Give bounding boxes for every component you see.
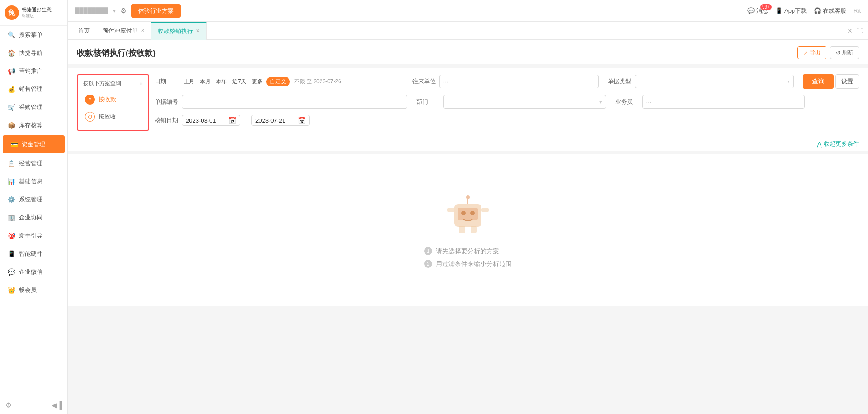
sidebar-item-inventory[interactable]: 📦 库存核算 — [0, 116, 67, 134]
dept-select[interactable]: ▾ — [443, 95, 606, 109]
topbar-right: 💬 消息 99+ 📱 App下载 🎧 在线客服 Rit — [747, 7, 861, 15]
system-icon: ⚙️ — [7, 196, 15, 203]
svg-rect-8 — [459, 226, 465, 233]
setting-button[interactable]: 设置 — [835, 74, 859, 89]
export-label: 导出 — [810, 49, 821, 57]
page-title: 收款核销执行(按收款) — [77, 48, 156, 58]
doc-type-select[interactable]: ▾ — [635, 75, 794, 88]
sidebar-item-system[interactable]: ⚙️ 系统管理 — [0, 190, 67, 209]
filter-panel-title: 按以下方案查询 » — [78, 80, 148, 91]
main-content: ████████ ▾ ⚙ 体验行业方案 💬 消息 99+ 📱 App下载 🎧 在… — [68, 0, 868, 414]
refresh-button[interactable]: ↺ 刷新 — [830, 46, 859, 59]
sidebar-item-member[interactable]: 👑 畅会员 — [0, 281, 67, 299]
message-icon: 💬 — [747, 7, 755, 14]
page-header-actions: ↗ 导出 ↺ 刷新 — [797, 46, 859, 59]
topbar-settings-icon[interactable]: ⚙ — [120, 6, 127, 15]
sidebar-item-operations[interactable]: 📋 经营管理 — [0, 154, 67, 172]
sidebar-item-purchase[interactable]: 🛒 采购管理 — [0, 98, 67, 116]
empty-state: 1 请先选择要分析的方案 2 用过滤条件来缩小分析范围 — [68, 154, 868, 306]
collapse-sidebar-icon[interactable]: ◀▐ — [52, 401, 62, 409]
date-last-7d-btn[interactable]: 近7天 — [231, 77, 248, 86]
date-this-month-btn[interactable]: 本月 — [198, 77, 212, 86]
refresh-label: 刷新 — [842, 49, 853, 57]
staff-label: 业务员 — [615, 98, 639, 106]
app-logo-icon: 兔 — [5, 5, 19, 20]
sidebar-item-finance[interactable]: 💳 资金管理 — [3, 135, 65, 153]
empty-tips: 1 请先选择要分析的方案 2 用过滤条件来缩小分析范围 — [424, 245, 512, 270]
filter-panel-collapse-icon[interactable]: » — [140, 81, 143, 87]
date-custom-btn[interactable]: 自定义 — [266, 77, 290, 86]
doc-type-select-arrow: ▾ — [787, 79, 790, 85]
sidebar-item-base-info[interactable]: 📊 基础信息 — [0, 172, 67, 190]
sidebar-item-guide[interactable]: 🎯 新手引导 — [0, 227, 67, 245]
sidebar-item-wechat[interactable]: 💬 企业微信 — [0, 263, 67, 281]
settings-bottom-icon[interactable]: ⚙ — [5, 401, 12, 409]
filter-actions: 查询 设置 — [803, 74, 859, 89]
verify-date-start-cal-icon[interactable]: 📅 — [228, 117, 236, 124]
filter-option-by-receivable[interactable]: ⏱ 按应收 — [78, 108, 148, 125]
sidebar-item-sales[interactable]: 💰 销售管理 — [0, 80, 67, 98]
sidebar-item-marketing[interactable]: 📢 营销推广 — [0, 62, 67, 80]
tab-home[interactable]: 首页 — [71, 22, 96, 40]
filter-panel: 按以下方案查询 » ¥ 按收款 ⏱ 按应收 — [77, 74, 149, 131]
sidebar-item-label: 新手引导 — [19, 232, 42, 240]
doc-no-field: 单据编号 — [155, 95, 407, 109]
date-more-btn[interactable]: 更多 — [250, 77, 264, 86]
home-icon: 🏠 — [7, 49, 15, 57]
sidebar-logo-info: 畅捷通好生意 标准版 — [22, 6, 52, 19]
dept-select-arrow: ▾ — [599, 99, 602, 105]
app-name: 畅捷通好生意 — [22, 6, 52, 13]
finance-icon: 💳 — [10, 141, 18, 148]
doc-no-input[interactable] — [182, 95, 407, 109]
staff-select[interactable]: ··· — [642, 95, 805, 109]
message-button[interactable]: 💬 消息 99+ — [747, 7, 768, 15]
empty-tip-row-1: 1 请先选择要分析的方案 — [424, 245, 512, 257]
sidebar-item-label: 快捷导航 — [19, 49, 42, 57]
collapse-more-label: 收起更多条件 — [824, 140, 859, 148]
export-button[interactable]: ↗ 导出 — [797, 46, 826, 59]
tab-prepay-close-icon[interactable]: ✕ — [141, 28, 145, 33]
empty-robot-illustration — [441, 190, 495, 236]
verify-date-end-input[interactable] — [255, 117, 296, 124]
topbar-brand: ████████ — [75, 7, 108, 14]
sidebar-item-search[interactable]: 🔍 搜索菜单 — [0, 26, 67, 44]
verify-date-field: 核销日期 📅 — 📅 — [155, 115, 407, 126]
sales-icon: 💰 — [7, 86, 15, 93]
refresh-icon: ↺ — [836, 50, 840, 56]
query-button[interactable]: 查询 — [803, 74, 834, 89]
sidebar-item-quick-nav[interactable]: 🏠 快捷导航 — [0, 44, 67, 62]
tab-verify[interactable]: 收款核销执行 ✕ — [151, 22, 207, 40]
topbar-dropdown-arrow[interactable]: ▾ — [113, 8, 116, 14]
collapse-more-bar[interactable]: ⋀ 收起更多条件 — [68, 137, 868, 151]
tab-prepay-label: 预付冲应付单 — [103, 27, 138, 35]
online-service-link[interactable]: 🎧 在线客服 — [814, 7, 846, 15]
guide-icon: 🎯 — [7, 232, 15, 239]
date-last-month-btn[interactable]: 上月 — [182, 77, 196, 86]
tab-expand-icon[interactable]: ⛶ — [856, 27, 863, 34]
filter-option-by-payment[interactable]: ¥ 按收款 — [78, 91, 148, 108]
app-download-link[interactable]: 📱 App下载 — [775, 7, 807, 15]
sidebar-item-hardware[interactable]: 📱 智能硬件 — [0, 245, 67, 263]
filter-row-1: 日期 上月 本月 本年 近7天 更多 自定义 不限 至 20 — [155, 74, 859, 89]
date-this-year-btn[interactable]: 本年 — [214, 77, 229, 86]
date-filter: 上月 本月 本年 近7天 更多 自定义 不限 至 2023-07-26 — [182, 77, 341, 86]
sidebar-item-label: 系统管理 — [19, 195, 42, 204]
solution-button[interactable]: 体验行业方案 — [131, 4, 181, 18]
tab-verify-close-icon[interactable]: ✕ — [196, 28, 200, 34]
sidebar-item-label: 智能硬件 — [19, 250, 42, 258]
search-menu-icon: 🔍 — [7, 31, 15, 38]
topbar: ████████ ▾ ⚙ 体验行业方案 💬 消息 99+ 📱 App下载 🎧 在… — [68, 0, 868, 22]
sidebar-item-label: 经营管理 — [19, 159, 42, 167]
sidebar-bottom: ⚙ ◀▐ — [0, 396, 67, 414]
tab-home-label: 首页 — [78, 27, 90, 35]
tab-prepay[interactable]: 预付冲应付单 ✕ — [96, 22, 151, 40]
app-icon: 📱 — [775, 7, 783, 14]
verify-date-end-cal-icon[interactable]: 📅 — [298, 117, 306, 124]
svg-rect-9 — [471, 226, 477, 233]
payment-option-icon: ¥ — [85, 95, 95, 105]
verify-date-label: 核销日期 — [155, 116, 178, 124]
verify-date-start-input[interactable] — [186, 117, 226, 124]
counterpart-select[interactable]: ··· — [439, 75, 599, 88]
tab-close-all-icon[interactable]: ✕ — [847, 27, 853, 34]
sidebar-item-collaboration[interactable]: 🏢 企业协同 — [0, 209, 67, 227]
